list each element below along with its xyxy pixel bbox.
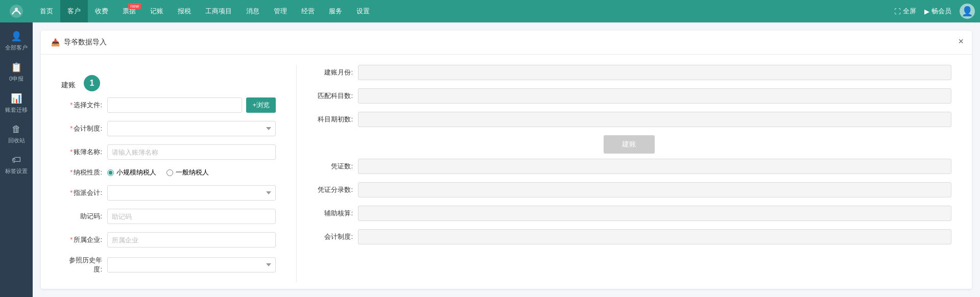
accountant-select[interactable] (107, 185, 276, 201)
nav-management[interactable]: 管理 (267, 0, 294, 22)
month-row: 建账月份: (307, 65, 951, 80)
accounting-label: 会计制度: (61, 124, 102, 133)
build-button[interactable]: 建账 (604, 135, 655, 154)
month-value (358, 65, 951, 80)
accountant-row: 指派会计: (61, 185, 276, 201)
sidebar: 👤 全部客户 📋 0申报 📊 账套迁移 🗑 回收站 🏷 标签设置 (0, 22, 33, 297)
recycle-icon: 🗑 (12, 124, 21, 135)
sidebar-item-recycle[interactable]: 🗑 回收站 (2, 120, 31, 148)
nav-settings[interactable]: 设置 (349, 0, 377, 22)
form-fields: 选择文件: +浏览 会计制度: (61, 97, 276, 274)
avatar-icon: 👤 (962, 6, 973, 17)
account-name-input[interactable] (107, 144, 276, 160)
tax-general-radio[interactable] (166, 169, 173, 176)
sidebar-item-all-clients[interactable]: 👤 全部客户 (2, 27, 31, 56)
step-section: 建账 1 (61, 65, 276, 93)
match-row: 匹配科目数: (307, 88, 951, 104)
month-label: 建账月份: (307, 68, 353, 77)
form-area: 建账 1 选择文件: +浏览 (41, 55, 972, 292)
voucher-row: 凭证数: (307, 159, 951, 174)
tax-label: 纳税性质: (61, 168, 102, 177)
memo-row: 助记码: (61, 209, 276, 224)
import-icon: 📥 (51, 38, 60, 46)
file-input[interactable] (107, 97, 242, 113)
close-button[interactable]: × (958, 37, 964, 46)
nav-invoices[interactable]: 票据 new (115, 0, 143, 22)
match-value (358, 88, 951, 104)
fullscreen-button[interactable]: ⛶ 全屏 (894, 7, 916, 16)
svg-point-1 (15, 8, 18, 11)
voucher-entries-row: 凭证分录数: (307, 182, 951, 197)
form-left: 建账 1 选择文件: +浏览 (61, 65, 276, 282)
logo[interactable] (5, 0, 28, 22)
account-name-label: 账簿名称: (61, 147, 102, 157)
nav-bookkeeping[interactable]: 记账 (143, 0, 171, 22)
aux-value (358, 206, 951, 221)
company-row: 所属企业: (61, 232, 276, 247)
tags-icon: 🏷 (12, 155, 21, 165)
history-select[interactable] (107, 257, 276, 273)
step-label: 建账 (61, 81, 76, 90)
accounting-system-row: 会计制度: (307, 229, 951, 244)
account-name-row: 账簿名称: (61, 144, 276, 160)
tax-small-radio[interactable] (107, 169, 114, 176)
sidebar-item-migrate[interactable]: 📊 账套迁移 (2, 89, 31, 118)
nav-message[interactable]: 消息 (239, 0, 267, 22)
sidebar-item-declare[interactable]: 📋 0申报 (2, 58, 31, 87)
browse-button[interactable]: +浏览 (246, 97, 276, 113)
accounting-select[interactable] (107, 121, 276, 136)
memo-input[interactable] (107, 209, 276, 224)
panel-header: 📥 导爷数据导入 (41, 31, 972, 55)
match-label: 匹配科目数: (307, 91, 353, 101)
initial-label: 科目期初数: (307, 115, 353, 124)
initial-row: 科目期初数: (307, 112, 951, 127)
tax-row: 纳税性质: 小规模纳税人 一般纳税人 (61, 168, 276, 177)
history-label: 参照历史年度: (61, 256, 102, 274)
migrate-icon: 📊 (11, 93, 22, 104)
step-badge: 1 (84, 75, 100, 91)
panel-title: 导爷数据导入 (64, 38, 107, 47)
tax-radio-group: 小规模纳税人 一般纳税人 (107, 168, 209, 177)
company-label: 所属企业: (61, 235, 102, 244)
tax-general-label[interactable]: 一般纳税人 (166, 168, 209, 177)
layout: 👤 全部客户 📋 0申报 📊 账套迁移 🗑 回收站 🏷 标签设置 📥 导爷数据导… (0, 22, 980, 297)
accounting-system-value (358, 229, 951, 244)
company-input[interactable] (107, 232, 276, 247)
voucher-value (358, 159, 951, 174)
tax-small-label[interactable]: 小规模纳税人 (107, 168, 156, 177)
nav-service[interactable]: 服务 (322, 0, 349, 22)
nav-fees[interactable]: 收费 (88, 0, 115, 22)
avatar[interactable]: 👤 (960, 4, 975, 19)
accounting-row: 会计制度: (61, 121, 276, 136)
declare-icon: 📋 (11, 62, 22, 73)
aux-label: 辅助核算: (307, 209, 353, 218)
aux-row: 辅助核算: (307, 206, 951, 221)
main-panel: 📥 导爷数据导入 × 建账 1 选择文件: (41, 31, 972, 289)
memo-label: 助记码: (61, 212, 102, 221)
accountant-label: 指派会计: (61, 188, 102, 197)
nav-home[interactable]: 首页 (33, 0, 60, 22)
voucher-label: 凭证数: (307, 162, 353, 171)
voucher-entries-label: 凭证分录数: (307, 185, 353, 194)
accounting-system-label: 会计制度: (307, 232, 353, 241)
vip-button[interactable]: ▶ 畅会员 (924, 7, 951, 16)
fullscreen-icon: ⛶ (894, 8, 901, 15)
top-nav: 首页 客户 收费 票据 new 记账 报税 工商项目 消息 管理 经营 服务 设… (0, 0, 980, 22)
all-clients-icon: 👤 (11, 31, 22, 42)
vip-icon: ▶ (924, 8, 929, 15)
nav-right: ⛶ 全屏 ▶ 畅会员 👤 (894, 4, 975, 19)
nav-operation[interactable]: 经营 (294, 0, 322, 22)
nav-business[interactable]: 工商项目 (198, 0, 239, 22)
history-row: 参照历史年度: (61, 256, 276, 274)
form-right: 建账月份: 匹配科目数: 科目期初数: 建账 凭证数: (296, 65, 951, 282)
new-badge: new (128, 3, 141, 9)
main-content: 📥 导爷数据导入 × 建账 1 选择文件: (33, 22, 980, 297)
nav-tax[interactable]: 报税 (171, 0, 198, 22)
nav-clients[interactable]: 客户 (60, 0, 88, 22)
sidebar-item-tags[interactable]: 🏷 标签设置 (2, 151, 31, 179)
file-row: 选择文件: +浏览 (61, 97, 276, 113)
file-label: 选择文件: (61, 101, 102, 110)
initial-value (358, 112, 951, 127)
voucher-entries-value (358, 182, 951, 197)
